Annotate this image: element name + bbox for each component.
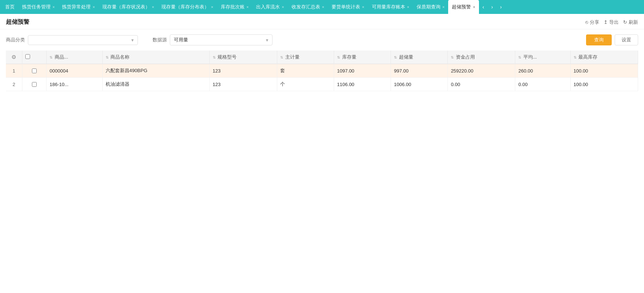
col-unit[interactable]: ⇅ 主计量 — [277, 51, 334, 64]
row-avg: 260.00 — [515, 64, 570, 78]
datasource-select[interactable]: 可用量 ▾ — [170, 34, 272, 45]
col-gear: ⚙ — [6, 51, 22, 64]
nav-close-quality-period[interactable]: × — [442, 5, 444, 9]
row-stock: 1097.00 — [334, 64, 391, 78]
row-unit: 套 — [277, 64, 334, 78]
row-product-name: 机油滤清器 — [102, 78, 209, 91]
category-label: 商品分类 — [6, 37, 25, 43]
row-overstock: 997.00 — [391, 64, 448, 78]
nav-overstock-warning[interactable]: 超储预警 × — [448, 0, 479, 14]
row-num-cell: 1 — [6, 64, 22, 78]
sort-icon-unit: ⇅ — [280, 55, 283, 59]
datasource-filter-group: 数据源 可用量 ▾ — [153, 34, 272, 45]
row-avg: 0.00 — [515, 78, 570, 91]
export-icon: ↥ — [604, 19, 608, 25]
col-max-stock[interactable]: ⇅ 最高库存 — [570, 51, 638, 64]
nav-batch-account[interactable]: 库存批次账 × — [217, 0, 252, 14]
nav-close-batch-account[interactable]: × — [246, 5, 249, 9]
col-spec[interactable]: ⇅ 规格型号 — [209, 51, 277, 64]
nav-quality-period[interactable]: 保质期查询 × — [413, 0, 448, 14]
row-checkbox[interactable] — [32, 68, 37, 73]
nav-available-stock[interactable]: 可用量库存账本 × — [368, 0, 413, 14]
datasource-select-value: 可用量 — [174, 37, 188, 43]
row-checkbox-cell — [22, 78, 47, 91]
nav-exception[interactable]: 拣货异常处理 × — [58, 0, 98, 14]
row-spec: 123 — [209, 78, 277, 91]
category-select[interactable]: ▾ — [28, 35, 138, 45]
col-product-code[interactable]: ⇅ 商品... — [47, 51, 102, 64]
nav-next-arrow[interactable]: › — [488, 0, 497, 14]
row-stock: 1106.00 — [334, 78, 391, 91]
row-capital: 0.00 — [448, 78, 515, 91]
nav-close-recv-summary[interactable]: × — [322, 5, 324, 9]
row-checkbox-cell — [22, 64, 47, 78]
header-actions: ⎋ 分享 ↥ 导出 ↻ 刷新 — [585, 19, 638, 26]
col-product-name[interactable]: ⇅ 商品名称 — [102, 51, 209, 64]
gear-settings-icon[interactable]: ⚙ — [11, 54, 16, 60]
filter-area: 商品分类 ▾ 数据源 可用量 ▾ 查询 设置 — [0, 29, 644, 51]
table-container: ⚙ ⇅ 商品... ⇅ 商品名称 ⇅ 规格型号 ⇅ — [0, 51, 644, 91]
row-checkbox[interactable] — [32, 82, 37, 87]
nav-close-exception[interactable]: × — [92, 5, 95, 9]
nav-close-order-stats[interactable]: × — [362, 5, 364, 9]
nav-order-stats[interactable]: 要货单统计表 × — [328, 0, 368, 14]
col-capital[interactable]: ⇅ 资金占用 — [448, 51, 515, 64]
nav-task-mgmt[interactable]: 拣货任务管理 × — [18, 0, 58, 14]
table-body: 1 0000004 六配套新昌490BPG 123 套 1097.00 997.… — [6, 64, 638, 91]
sort-icon-capital: ⇅ — [451, 55, 454, 59]
nav-home[interactable]: 首页 — [1, 0, 18, 14]
col-stock[interactable]: ⇅ 库存量 — [334, 51, 391, 64]
data-table: ⚙ ⇅ 商品... ⇅ 商品名称 ⇅ 规格型号 ⇅ — [6, 51, 638, 91]
row-unit: 个 — [277, 78, 334, 91]
refresh-icon: ↻ — [623, 19, 627, 25]
settings-button[interactable]: 设置 — [615, 34, 638, 45]
share-button[interactable]: ⎋ 分享 — [585, 19, 599, 26]
row-product-code: 0000004 — [47, 64, 102, 78]
col-overstock[interactable]: ⇅ 超储量 — [391, 51, 448, 64]
query-button[interactable]: 查询 — [586, 34, 612, 45]
sort-icon-spec: ⇅ — [213, 55, 216, 59]
sort-icon-product-code: ⇅ — [50, 55, 52, 59]
page-title: 超储预警 — [6, 18, 29, 26]
nav-close-task-mgmt[interactable]: × — [52, 5, 55, 9]
export-button[interactable]: ↥ 导出 — [604, 19, 619, 26]
sort-icon-product-name: ⇅ — [106, 55, 109, 59]
sort-icon-avg: ⇅ — [518, 55, 521, 59]
category-dropdown-arrow: ▾ — [131, 37, 134, 43]
nav-more-arrow[interactable]: › — [497, 0, 505, 14]
row-num-cell: 2 — [6, 78, 22, 91]
nav-recv-summary[interactable]: 收发存汇总表 × — [288, 0, 328, 14]
nav-close-inout-flow[interactable]: × — [282, 5, 284, 9]
select-all-checkbox[interactable] — [25, 54, 30, 59]
nav-prev-arrow[interactable]: ‹ — [479, 0, 488, 14]
row-max-stock: 100.00 — [570, 78, 638, 91]
sort-icon-overstock: ⇅ — [394, 55, 397, 59]
sort-icon-max-stock: ⇅ — [574, 55, 577, 59]
row-product-name: 六配套新昌490BPG — [102, 64, 209, 78]
table-row: 2 186-10... 机油滤清器 123 个 1106.00 1006.00 … — [6, 78, 638, 91]
nav-inventory-dist[interactable]: 现存量（库存分布表） × — [158, 0, 217, 14]
sort-icon-stock: ⇅ — [337, 55, 340, 59]
top-navigation: 首页 拣货任务管理 × 拣货异常处理 × 现存量（库存状况表） × 现存量（库存… — [0, 0, 644, 14]
nav-close-overstock-warning[interactable]: × — [473, 5, 475, 9]
col-avg[interactable]: ⇅ 平均... — [515, 51, 570, 64]
col-checkbox — [22, 51, 47, 64]
row-spec: 123 — [209, 64, 277, 78]
row-overstock: 1006.00 — [391, 78, 448, 91]
nav-close-available-stock[interactable]: × — [407, 5, 409, 9]
nav-close-inventory-status[interactable]: × — [152, 5, 154, 9]
page-header: 超储预警 ⎋ 分享 ↥ 导出 ↻ 刷新 — [0, 14, 644, 29]
nav-close-inventory-dist[interactable]: × — [211, 5, 213, 9]
nav-inout-flow[interactable]: 出入库流水 × — [252, 0, 288, 14]
category-filter-group: 商品分类 ▾ — [6, 35, 138, 45]
row-product-code: 186-10... — [47, 78, 102, 91]
nav-inventory-status[interactable]: 现存量（库存状况表） × — [99, 0, 158, 14]
share-icon: ⎋ — [585, 19, 588, 25]
table-row: 1 0000004 六配套新昌490BPG 123 套 1097.00 997.… — [6, 64, 638, 78]
table-header-row: ⚙ ⇅ 商品... ⇅ 商品名称 ⇅ 规格型号 ⇅ — [6, 51, 638, 64]
filter-actions: 查询 设置 — [586, 34, 638, 45]
datasource-dropdown-arrow: ▾ — [266, 37, 268, 43]
row-max-stock: 100.00 — [570, 64, 638, 78]
row-capital: 259220.00 — [448, 64, 515, 78]
refresh-button[interactable]: ↻ 刷新 — [623, 19, 638, 26]
